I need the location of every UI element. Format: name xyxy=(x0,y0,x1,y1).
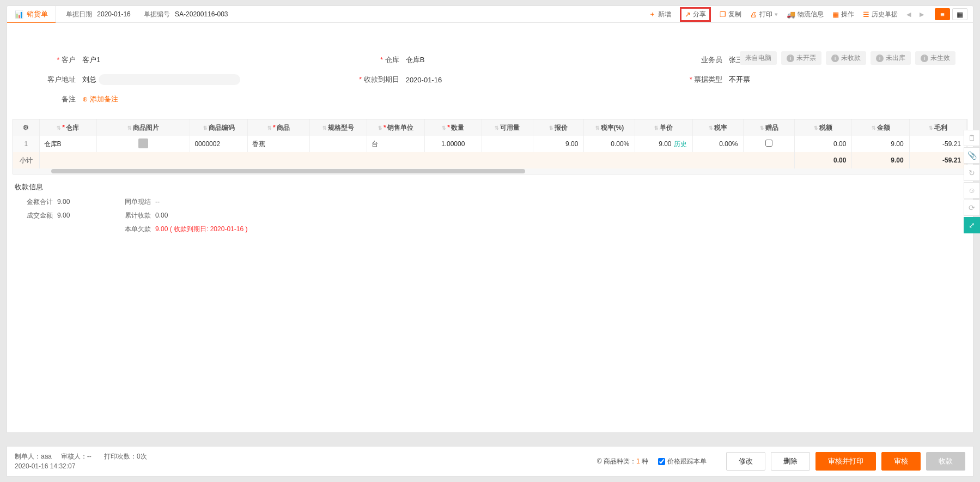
col-code[interactable]: ⇅商品编码 xyxy=(190,119,247,136)
rail-note-icon[interactable]: 🗒 xyxy=(964,130,980,146)
subtotal-tax: 0.00 xyxy=(795,152,852,168)
delete-button[interactable]: 删除 xyxy=(771,452,810,471)
cell-taxrate[interactable]: 0.00% xyxy=(692,136,744,152)
salesman-label: 业务员 xyxy=(673,55,722,65)
new-button[interactable]: ＋新增 xyxy=(649,9,671,19)
owe-value: 9.00 ( 收款到期日: 2020-01-16 ) xyxy=(155,225,247,233)
cell-qty[interactable]: 1.00000 xyxy=(424,136,482,152)
chip-uninvoiced: i未开票 xyxy=(781,51,821,65)
view-grid-button[interactable]: ▦ xyxy=(952,8,967,20)
customer-value[interactable]: 客户1 xyxy=(82,55,100,65)
col-unit[interactable]: ⇅*销售单位 xyxy=(367,119,424,136)
tab-sales-order[interactable]: 📊 销货单 xyxy=(7,5,56,23)
cell-spec[interactable] xyxy=(310,136,367,152)
rail-history-icon[interactable]: ↻ xyxy=(964,165,980,181)
col-name[interactable]: ⇅*商品 xyxy=(247,119,309,136)
cell-name[interactable]: 香蕉 xyxy=(247,136,309,152)
cell-amount[interactable]: 9.00 xyxy=(852,136,909,152)
cell-warehouse[interactable]: 仓库B xyxy=(39,136,96,152)
table-header-row: ⚙ ⇅*仓库 ⇅商品图片 ⇅商品编码 ⇅*商品 ⇅规格型号 ⇅*销售单位 ⇅*数… xyxy=(13,119,967,136)
logistics-button[interactable]: 🚚物流信息 xyxy=(787,10,824,19)
footer-mid: © 商品种类：1 种 价格跟踪本单 修改 删除 审核并打印 审核 收款 xyxy=(597,452,965,471)
total-value: 9.00 xyxy=(57,198,70,206)
toolbar: ＋新增 ↗分享 ❐复制 🖨打印▾ 🚚物流信息 ▦操作 ☰历史单据 ◀ ▶ ≡ ▦ xyxy=(649,7,973,22)
payment-section: 收款信息 金额合计9.00 同单现结-- 成交金额9.00 累计收款0.00 本… xyxy=(7,174,973,237)
col-taxrate[interactable]: ⇅税率 xyxy=(692,119,744,136)
table-subtotal-row: 小计 0.00 9.00 -59.21 xyxy=(13,152,967,168)
reviewer-value: -- xyxy=(87,453,92,460)
view-toggle: ≡ ▦ xyxy=(935,8,967,20)
rail-attach-icon[interactable]: 📎 xyxy=(964,147,980,164)
paid-label: 累计收款 xyxy=(113,211,151,220)
cell-unit[interactable]: 台 xyxy=(367,136,424,152)
duedate-value[interactable]: 2020-01-16 xyxy=(406,76,442,84)
footer-meta: 制单人：aaa 审核人：-- 打印次数：0次 2020-01-16 14:32:… xyxy=(15,451,147,471)
ops-button[interactable]: ▦操作 xyxy=(832,10,854,19)
rail-expand-icon[interactable]: ⤢ xyxy=(964,217,980,233)
duedate-label: 收款到期日 xyxy=(350,75,399,85)
prev-icon[interactable]: ◀ xyxy=(906,11,911,18)
cell-profit[interactable]: -59.21 xyxy=(909,136,966,152)
col-spec[interactable]: ⇅规格型号 xyxy=(310,119,367,136)
warehouse-label: 仓库 xyxy=(350,55,399,65)
col-price[interactable]: ⇅单价 xyxy=(635,119,692,136)
col-qty[interactable]: ⇅*数量 xyxy=(424,119,482,136)
next-icon[interactable]: ▶ xyxy=(920,11,924,18)
col-image[interactable]: ⇅商品图片 xyxy=(96,119,190,136)
rail-cycle-icon[interactable]: ⟳ xyxy=(964,200,980,216)
copy-button[interactable]: ❐复制 xyxy=(720,10,741,19)
cell-price[interactable]: 9.00历史 xyxy=(635,136,692,152)
gear-icon: ⚙ xyxy=(23,124,29,131)
rail-user-icon[interactable]: ☺ xyxy=(964,182,980,198)
deal-value: 9.00 xyxy=(57,212,70,219)
history-button[interactable]: ☰历史单据 xyxy=(863,10,898,19)
address-value[interactable]: 刘总 xyxy=(82,75,96,85)
warehouse-value[interactable]: 仓库B xyxy=(406,55,425,65)
view-list-button[interactable]: ≡ xyxy=(935,8,950,20)
audit-print-button[interactable]: 审核并打印 xyxy=(815,452,876,471)
gift-checkbox[interactable] xyxy=(765,140,772,147)
col-gift[interactable]: ⇅赠品 xyxy=(744,119,795,136)
share-button[interactable]: ↗分享 xyxy=(680,7,711,22)
audit-button[interactable]: 审核 xyxy=(881,452,921,471)
cell-discount[interactable]: 0.00% xyxy=(584,136,635,152)
collect-button[interactable]: 收款 xyxy=(926,452,965,471)
copy-icon: ❐ xyxy=(720,10,726,19)
price-history-link[interactable]: 历史 xyxy=(674,140,687,148)
modify-button[interactable]: 修改 xyxy=(726,452,765,471)
chip-uneffective: i未生效 xyxy=(915,51,955,65)
col-quote[interactable]: ⇅报价 xyxy=(533,119,584,136)
cell-tax[interactable]: 0.00 xyxy=(795,136,852,152)
col-avail[interactable]: ⇅可用量 xyxy=(482,119,533,136)
items-table: ⚙ ⇅*仓库 ⇅商品图片 ⇅商品编码 ⇅*商品 ⇅规格型号 ⇅*销售单位 ⇅*数… xyxy=(13,119,967,168)
table-row[interactable]: 1 仓库B 0000002 香蕉 台 1.00000 9.00 0.00% 9.… xyxy=(13,136,967,152)
list-icon: ☰ xyxy=(863,10,869,19)
subtotal-profit: -59.21 xyxy=(909,152,966,168)
horizontal-scrollbar[interactable] xyxy=(13,168,967,174)
chevron-down-icon: ▾ xyxy=(775,11,778,18)
cell-avail[interactable] xyxy=(482,136,533,152)
cell-quote[interactable]: 9.00 xyxy=(533,136,584,152)
cell-code[interactable]: 0000002 xyxy=(190,136,247,152)
docno-value: SA-20200116-003 xyxy=(175,10,228,18)
price-follow-checkbox[interactable]: 价格跟踪本单 xyxy=(658,457,707,466)
plus-icon: ＋ xyxy=(649,9,656,19)
chip-unshipped: i未出库 xyxy=(871,51,911,65)
subtotal-amount: 9.00 xyxy=(852,152,909,168)
invoice-type-value[interactable]: 不开票 xyxy=(729,75,750,85)
gear-column[interactable]: ⚙ xyxy=(13,119,39,136)
col-tax[interactable]: ⇅税额 xyxy=(795,119,852,136)
add-note-link[interactable]: ⊕ 添加备注 xyxy=(82,94,118,104)
cell-gift[interactable] xyxy=(744,136,795,152)
cell-image[interactable] xyxy=(96,136,190,152)
scrollbar-thumb[interactable] xyxy=(51,169,525,173)
print-button[interactable]: 🖨打印▾ xyxy=(750,10,778,19)
form-grid: 客户客户1 仓库仓库B 业务员张三 客户地址刘总 收款到期日2020-01-16… xyxy=(7,23,973,119)
col-amount[interactable]: ⇅金额 xyxy=(852,119,909,136)
col-warehouse[interactable]: ⇅*仓库 xyxy=(39,119,96,136)
col-discount[interactable]: ⇅税率(%) xyxy=(584,119,635,136)
col-profit[interactable]: ⇅毛利 xyxy=(909,119,966,136)
doc-meta: 单据日期 2020-01-16 单据编号 SA-20200116-003 xyxy=(56,10,228,19)
sku-count: © 商品种类：1 种 xyxy=(597,457,648,466)
copyright-icon: © xyxy=(597,457,604,465)
